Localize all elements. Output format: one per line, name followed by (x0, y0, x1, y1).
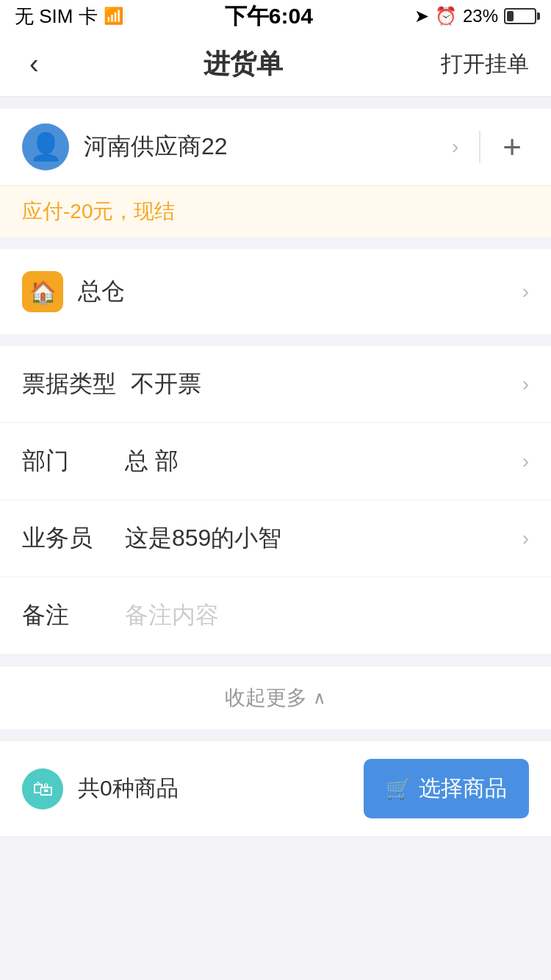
invoice-type-value: 不开票 (131, 368, 522, 400)
remark-row[interactable]: 备注 备注内容 (0, 577, 551, 654)
status-time: 下午6:04 (225, 1, 313, 32)
product-count: 共0种商品 (78, 774, 364, 804)
department-row[interactable]: 部门 总 部 › (0, 423, 551, 500)
status-bar: 无 SIM 卡 📶 下午6:04 ➤ ⏰ 23% (0, 0, 551, 32)
invoice-type-label: 票据类型 (22, 368, 116, 400)
form-section: 票据类型 不开票 › 部门 总 部 › 业务员 这是859的小智 › 备注 备注… (0, 346, 551, 654)
invoice-type-row[interactable]: 票据类型 不开票 › (0, 346, 551, 423)
open-pending-button[interactable]: 打开挂单 (441, 49, 529, 79)
warehouse-icon: 🏠 (29, 279, 57, 305)
warehouse-row[interactable]: 🏠 总仓 › (0, 249, 551, 334)
product-bag-icon-wrap: 🛍 (22, 768, 63, 810)
remark-placeholder[interactable]: 备注内容 (125, 599, 529, 632)
department-label: 部门 (22, 445, 110, 478)
collapse-chevron-icon: ∧ (313, 688, 326, 708)
location-icon: ➤ (414, 6, 429, 26)
supplier-row[interactable]: 👤 河南供应商22 › + (0, 109, 551, 185)
status-right: ➤ ⏰ 23% (414, 6, 536, 26)
supplier-section: 👤 河南供应商22 › + 应付-20元，现结 (0, 109, 551, 237)
battery-percent: 23% (463, 6, 498, 26)
supplier-name: 河南供应商22 (84, 131, 452, 163)
collapse-row[interactable]: 收起更多 ∧ (0, 666, 551, 729)
wifi-icon: 📶 (104, 7, 123, 26)
page-title: 进货单 (204, 46, 283, 82)
invoice-type-chevron-icon: › (522, 372, 529, 396)
nav-bar: ‹ 进货单 打开挂单 (0, 32, 551, 97)
vertical-divider (479, 131, 480, 163)
collapse-label: 收起更多 (225, 684, 307, 712)
salesperson-row[interactable]: 业务员 这是859的小智 › (0, 500, 551, 577)
supplier-chevron-icon: › (452, 135, 458, 159)
add-supplier-button[interactable]: + (495, 129, 529, 165)
back-button[interactable]: ‹ (22, 41, 46, 87)
select-product-button[interactable]: 🛒 选择商品 (364, 759, 529, 818)
warehouse-section: 🏠 总仓 › (0, 249, 551, 334)
warehouse-chevron-icon: › (522, 280, 529, 303)
alarm-icon: ⏰ (435, 6, 457, 26)
no-sim-label: 无 SIM 卡 (15, 4, 98, 29)
shopping-bag-icon: 🛍 (32, 777, 53, 801)
bottom-area (0, 836, 551, 980)
warehouse-name: 总仓 (78, 275, 522, 308)
battery-icon (504, 8, 536, 24)
cart-icon: 🛒 (386, 777, 411, 801)
person-icon: 👤 (29, 131, 62, 162)
supplier-avatar: 👤 (22, 123, 69, 170)
salesperson-label: 业务员 (22, 522, 110, 555)
balance-notice: 应付-20元，现结 (0, 185, 551, 237)
warehouse-icon-wrap: 🏠 (22, 271, 63, 312)
top-divider (0, 97, 551, 109)
remark-label: 备注 (22, 599, 110, 632)
salesperson-value: 这是859的小智 (125, 522, 522, 555)
product-section: 🛍 共0种商品 🛒 选择商品 (0, 741, 551, 836)
department-value: 总 部 (125, 445, 522, 478)
department-chevron-icon: › (522, 450, 529, 473)
salesperson-chevron-icon: › (522, 527, 529, 550)
select-product-label: 选择商品 (419, 774, 507, 804)
status-left: 无 SIM 卡 📶 (15, 4, 123, 29)
